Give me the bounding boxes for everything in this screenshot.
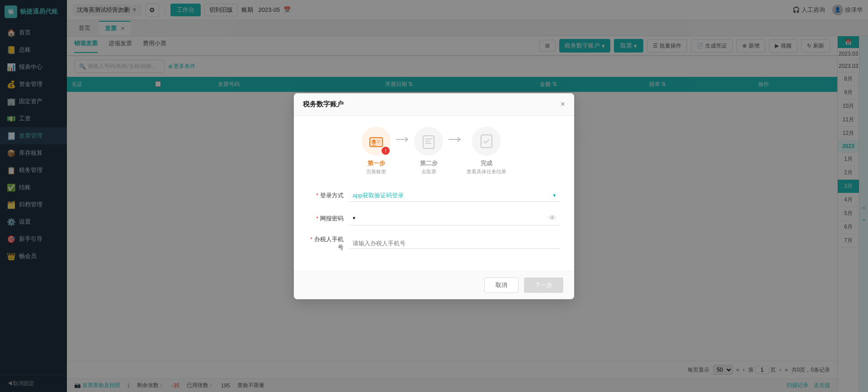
step-2-icon-wrap [414,127,443,156]
svg-rect-9 [425,143,431,144]
login-method-row: 登录方式 app获取验证码登录 ▾ [308,190,560,202]
next-button[interactable]: 下一步 [524,277,563,293]
password-row: 网报密码 👁 [308,212,560,225]
svg-rect-4 [377,142,380,143]
modal-body: ! 第一步 完善账密 [294,116,574,271]
arrow-1-icon [395,136,410,143]
phone-label: 办税人手机号 [308,235,349,252]
step-1-badge: ! [382,147,390,155]
modal-footer: 取消 下一步 [294,271,574,299]
svg-point-5 [373,139,375,142]
svg-rect-6 [423,136,434,148]
arrow-2-icon [448,136,462,143]
step-2-label: 第二步 [420,159,438,167]
step-1-icon [368,133,384,149]
step-arrow-2 [443,136,467,143]
password-input[interactable] [353,214,549,223]
step-2-icon [420,133,437,149]
step-3-icon [478,133,495,149]
modal-overlay: 税务数字账户 × [0,0,868,392]
step-2-desc: 去取票 [421,168,436,175]
step-1: ! 第一步 完善账密 [362,127,391,175]
modal-title: 税务数字账户 [303,100,344,109]
step-3-desc: 查看具体任务结果 [467,168,506,175]
select-arrow-icon: ▾ [553,192,556,199]
modal-header: 税务数字账户 × [294,93,574,116]
steps-container: ! 第一步 完善账密 [308,127,560,175]
login-method-select[interactable]: app获取验证码登录 ▾ [349,190,560,202]
modal-close-button[interactable]: × [560,100,565,109]
step-2: 第二步 去取票 [414,127,443,175]
svg-rect-3 [377,140,381,141]
phone-input[interactable] [349,238,560,249]
step-1-icon-wrap: ! [362,127,391,156]
step-3-icon-wrap [472,127,501,156]
step-3: 完成 查看具体任务结果 [467,127,506,175]
password-eye-icon[interactable]: 👁 [549,214,556,222]
svg-rect-10 [481,135,492,148]
svg-rect-8 [425,141,430,142]
tax-digital-account-modal: 税务数字账户 × [294,93,574,299]
step-arrow-1 [391,136,414,143]
phone-row: 办税人手机号 [308,235,560,252]
password-field[interactable]: 👁 [349,212,560,225]
cancel-button[interactable]: 取消 [484,277,519,293]
step-1-desc: 完善账密 [366,168,386,175]
svg-rect-7 [425,139,432,139]
login-method-label: 登录方式 [308,191,349,200]
password-label: 网报密码 [308,215,349,223]
step-1-label: 第一步 [368,159,385,167]
step-3-label: 完成 [481,159,492,167]
